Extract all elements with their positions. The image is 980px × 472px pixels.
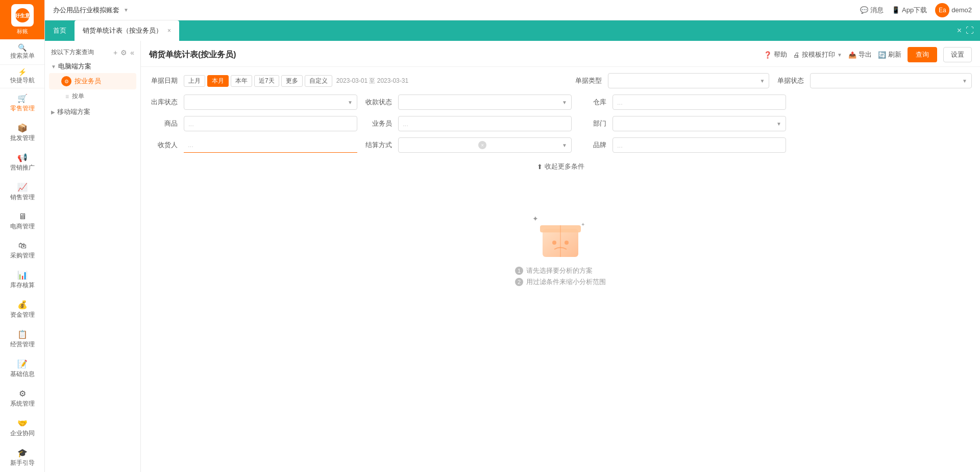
goods-select[interactable]: ... — [184, 116, 357, 131]
refresh-button[interactable]: 🔄 刷新 — [878, 50, 901, 59]
tab-bar-right: × ⛶ — [957, 26, 980, 35]
goods-placeholder: ... — [188, 120, 194, 128]
date-more[interactable]: 更多 — [281, 75, 303, 87]
warehouse-label: 仓库 — [578, 98, 606, 107]
newbie-icon: 🎓 — [17, 448, 28, 458]
date-last-month[interactable]: 上月 — [184, 75, 205, 87]
download-icon: 📱 — [892, 6, 900, 14]
sidebar-item-purchase[interactable]: 🛍 采购管理 — [0, 236, 44, 265]
filter-row-2: 出库状态 ▼ 收款状态 ▼ 仓库 ... — [149, 95, 972, 110]
empty-steps: 1 请先选择要分析的方案 2 用过滤条件来缩小分析范围 — [515, 266, 606, 287]
department-select[interactable]: ▼ — [612, 116, 786, 131]
print-button[interactable]: 🖨 按模板打印 ▼ — [793, 50, 842, 59]
logo-text: 标账 — [17, 28, 28, 35]
tab-close-icon[interactable]: × — [167, 27, 171, 34]
filter-row-1: 单据日期 上月 本月 本年 近7天 更多 自定义 2023-03-01 至 20… — [149, 73, 972, 88]
sidebar-item-basic[interactable]: 📝 基础信息 — [0, 354, 44, 384]
department-arrow-icon: ▼ — [776, 121, 781, 127]
empty-step-2: 2 用过滤条件来缩小分析范围 — [515, 277, 606, 287]
sales-person-placeholder: ... — [403, 120, 408, 128]
settlement-select[interactable]: × ▼ — [398, 137, 572, 153]
date-last-7days[interactable]: 近7天 — [254, 75, 279, 87]
svg-text:✦: ✦ — [532, 215, 538, 223]
doc-status-arrow-icon: ▼ — [962, 78, 967, 84]
payment-status-select[interactable]: ▼ — [398, 95, 572, 110]
purchase-icon: 🛍 — [18, 241, 27, 250]
payment-status-label: 收款状态 — [363, 98, 392, 107]
workspace-selector[interactable]: 办公用品行业模拟账套 ▼ — [53, 6, 129, 15]
date-this-year[interactable]: 本年 — [231, 75, 252, 87]
sidebar-item-newbie[interactable]: 🎓 新手引导 — [0, 443, 44, 472]
date-custom[interactable]: 自定义 — [305, 75, 332, 87]
settings-button[interactable]: 设置 — [943, 47, 972, 62]
top-header: 办公用品行业模拟账套 ▼ 💬 消息 📱 App下载 Ea demo2 — [45, 0, 980, 20]
logo-button[interactable]: 好生意 标账 — [0, 0, 44, 39]
workspace-dropdown-icon: ▼ — [124, 7, 129, 13]
add-scheme-icon[interactable]: + — [113, 49, 117, 57]
header-actions: 💬 消息 📱 App下载 Ea demo2 — [860, 3, 972, 17]
collapse-panel-icon[interactable]: « — [130, 49, 134, 57]
help-button[interactable]: ❓ 帮助 — [764, 50, 787, 59]
doc-status-select[interactable]: ▼ — [810, 73, 972, 88]
sidebar-item-system[interactable]: ⚙ 系统管理 — [0, 384, 44, 413]
tab-current[interactable]: 销货单统计表（按业务员） × — [75, 20, 179, 41]
app-download-button[interactable]: 📱 App下载 — [892, 6, 927, 15]
sidebar-item-sales[interactable]: 📈 销售管理 — [0, 177, 44, 207]
message-button[interactable]: 💬 消息 — [860, 6, 884, 15]
print-dropdown-icon: ▼ — [837, 52, 842, 58]
warehouse-select[interactable]: ... — [612, 95, 786, 110]
collapse-filters-button[interactable]: ⬆ 收起更多条件 — [149, 159, 972, 174]
search-menu-button[interactable]: 🔍 搜索菜单 — [0, 39, 44, 65]
date-this-month[interactable]: 本月 — [207, 75, 229, 87]
out-status-select[interactable]: ▼ — [184, 95, 357, 110]
scheme-settings-icon[interactable]: ⚙ — [120, 49, 127, 57]
tab-home[interactable]: 首页 — [45, 20, 75, 41]
sidebar-item-marketing[interactable]: 📢 营销推广 — [0, 148, 44, 177]
mobile-group-arrow: ▶ — [51, 109, 55, 115]
avatar: Ea — [935, 3, 949, 17]
filter-row-4: 收货人 ... 结算方式 × ▼ 品牌 ... — [149, 137, 972, 153]
desktop-group: ▼ 电脑端方案 ⚙ 按业务员 ≡ 按单 — [45, 60, 140, 103]
window-close-icon[interactable]: × — [957, 26, 962, 35]
sidebar-item-inventory[interactable]: 📊 库存核算 — [0, 265, 44, 295]
enterprise-icon: 🤝 — [17, 418, 28, 428]
empty-illustration: ✦ ✦ — [530, 211, 591, 262]
step-2-number: 2 — [515, 278, 523, 286]
sidebar-item-enterprise[interactable]: 🤝 企业协同 — [0, 413, 44, 443]
inventory-icon: 📊 — [17, 270, 28, 280]
tab-bar: 首页 销货单统计表（按业务员） × × ⛶ — [45, 20, 980, 41]
settlement-arrow-icon: ▼ — [562, 143, 567, 148]
export-button[interactable]: 📤 导出 — [848, 50, 872, 59]
quick-nav-button[interactable]: ⚡ 快捷导航 — [0, 65, 44, 88]
date-quick-buttons: 上月 本月 本年 近7天 更多 自定义 2023-03-01 至 2023-03… — [184, 75, 408, 87]
out-status-arrow-icon: ▼ — [348, 100, 353, 105]
sub-scheme-icon: ≡ — [65, 93, 69, 100]
brand-select[interactable]: ... — [612, 137, 786, 153]
svg-text:✦: ✦ — [581, 222, 585, 227]
right-content: 销货单统计表(按业务员) ❓ 帮助 🖨 按模板打印 ▼ 📤 导出 — [141, 41, 980, 472]
finance-icon: 💰 — [17, 300, 28, 310]
window-maximize-icon[interactable]: ⛶ — [966, 26, 974, 35]
sidebar-item-ecommerce[interactable]: 🖥 电商管理 — [0, 207, 44, 236]
scheme-salesperson[interactable]: ⚙ 按业务员 — [49, 73, 136, 89]
sidebar-item-retail[interactable]: 🛒 零售管理 — [0, 88, 44, 118]
settlement-clear-icon[interactable]: × — [478, 141, 486, 149]
doc-type-select[interactable]: ▼ — [608, 73, 770, 88]
user-avatar-button[interactable]: Ea demo2 — [935, 3, 972, 17]
mobile-group-header[interactable]: ▶ 移动端方案 — [49, 105, 136, 119]
print-icon: 🖨 — [793, 51, 800, 59]
sales-person-select[interactable]: ... — [398, 116, 572, 131]
recipient-input[interactable]: ... — [184, 137, 357, 153]
query-button[interactable]: 查询 — [908, 47, 937, 62]
sidebar-item-wholesale[interactable]: 📦 批发管理 — [0, 118, 44, 148]
marketing-icon: 📢 — [17, 153, 28, 162]
sales-icon: 📈 — [17, 182, 28, 192]
sidebar-item-finance[interactable]: 💰 资金管理 — [0, 295, 44, 324]
svg-text:好生意: 好生意 — [15, 13, 30, 18]
content-area: 按以下方案查询 + ⚙ « ▼ 电脑端方案 ⚙ 按业务员 ≡ — [45, 41, 980, 472]
scheme-by-order[interactable]: ≡ 按单 — [49, 89, 136, 103]
warehouse-placeholder: ... — [617, 99, 623, 106]
desktop-group-header[interactable]: ▼ 电脑端方案 — [49, 60, 136, 73]
sidebar-item-operations[interactable]: 📋 经营管理 — [0, 324, 44, 354]
main-area: 办公用品行业模拟账套 ▼ 💬 消息 📱 App下载 Ea demo2 首页 — [45, 0, 980, 472]
